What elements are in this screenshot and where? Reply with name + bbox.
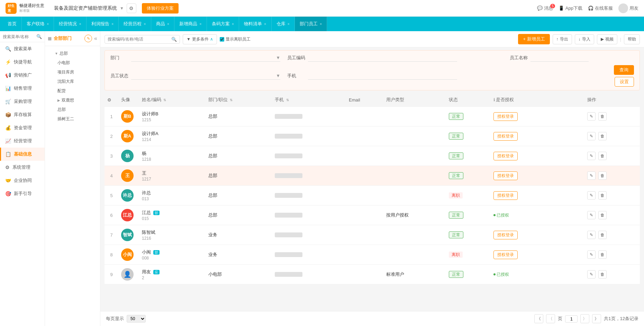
sidebar-search-input[interactable] (3, 34, 35, 39)
close-icon[interactable]: × (320, 22, 322, 26)
edit-button[interactable]: ✎ (587, 132, 596, 140)
show-resigned-label[interactable]: 显示离职员工 (220, 36, 251, 42)
close-icon[interactable]: × (79, 22, 81, 26)
tab-add-goods[interactable]: 新增商品 × (174, 17, 207, 31)
tab-warehouse[interactable]: 仓库 × (272, 17, 295, 31)
sidebar-item-finance[interactable]: 💰 资金管理 (0, 121, 45, 134)
edit-button[interactable]: ✎ (587, 171, 596, 180)
prev-page-button[interactable]: 〈 (546, 314, 555, 323)
first-page-button[interactable]: 《 (534, 314, 543, 323)
dept-item-zongbu2[interactable]: 总部 (48, 105, 97, 114)
close-icon[interactable]: × (167, 22, 169, 26)
tab-goods[interactable]: 商品 × (151, 17, 174, 31)
col-phone[interactable]: 手机 ⇅ (272, 93, 346, 107)
next-page-button[interactable]: 〉 (580, 314, 589, 323)
edit-button[interactable]: ✎ (587, 191, 596, 200)
sidebar-item-inventory[interactable]: 📦 库存核算 (0, 108, 45, 121)
user-area[interactable]: 用友 (618, 3, 638, 13)
delete-button[interactable]: 🗑 (598, 152, 607, 160)
help-button[interactable]: 帮助 (624, 34, 640, 44)
app-download-button[interactable]: 📱 App下载 (559, 5, 582, 11)
online-service-button[interactable]: 🎧 在线客服 (588, 5, 613, 11)
filter-empname-input[interactable] (530, 54, 589, 62)
close-icon[interactable]: × (288, 22, 290, 26)
sidebar-item-system[interactable]: ⚙ 系统管理 (0, 161, 45, 174)
last-page-button[interactable]: 》 (592, 314, 601, 323)
export-button[interactable]: ↑ 导出 (553, 34, 572, 44)
search-button[interactable]: 查询 (614, 65, 634, 75)
filter-dept-select[interactable]: ▼ (131, 54, 280, 62)
dept-all-header[interactable]: 全部部门 (54, 34, 72, 43)
sidebar-item-search[interactable]: 🔍 搜索菜单 (0, 42, 45, 55)
sidebar-item-purchase[interactable]: 🛒 采购管理 (0, 95, 45, 108)
close-icon[interactable]: × (47, 22, 49, 26)
filter-settings-button[interactable]: 设置 (615, 77, 634, 87)
tab-home[interactable]: 首页 (3, 17, 22, 31)
sort-icon[interactable]: ⇅ (286, 98, 289, 102)
settings-button[interactable]: ⚙ (127, 3, 136, 13)
sidebar-item-sales[interactable]: 📊 销售管理 (0, 82, 45, 95)
tab-profit[interactable]: 利润报告 × (87, 17, 119, 31)
delete-button[interactable]: 🗑 (598, 112, 607, 121)
filter-status-select[interactable]: ▼ (131, 72, 280, 80)
dept-item-peihuo[interactable]: 配货 (48, 86, 97, 96)
delete-button[interactable]: 🗑 (598, 132, 607, 140)
sidebar-item-operation[interactable]: 📈 经营管理 (0, 134, 45, 148)
sort-icon[interactable]: ⇅ (163, 98, 166, 102)
add-employee-button[interactable]: + 新增员工 (518, 34, 550, 44)
message-button[interactable]: 💬 消息 5 (537, 5, 553, 11)
tab-history[interactable]: 经营历程 × (119, 17, 151, 31)
dept-item-projectroom[interactable]: 项目库房 (48, 68, 97, 77)
close-icon[interactable]: × (264, 22, 266, 26)
system-title-arrow[interactable]: ▼ (120, 6, 124, 11)
close-icon[interactable]: × (232, 22, 234, 26)
page-input[interactable] (565, 315, 578, 323)
auth-login-button[interactable]: 授权登录 (493, 250, 518, 259)
import-button[interactable]: ↓ 导入 (575, 34, 594, 44)
dept-item-zongbu[interactable]: ▼ 总部 (48, 49, 97, 58)
sort-icon[interactable]: ⇅ (230, 98, 233, 102)
col-name[interactable]: 姓名/编码 ⇅ (139, 93, 206, 107)
dept-item-shenyang[interactable]: 沈阳大库 (48, 77, 97, 86)
edit-button[interactable]: ✎ (587, 211, 596, 219)
filter-empcode-input[interactable] (308, 54, 457, 62)
delete-button[interactable]: 🗑 (598, 250, 607, 259)
per-page-select[interactable]: 50 20 100 (127, 315, 146, 323)
col-settings[interactable]: ⚙ (105, 93, 118, 107)
trial-button[interactable]: 体验行业方案 (142, 3, 179, 14)
delete-button[interactable]: 🗑 (598, 231, 607, 239)
dept-edit-icon[interactable]: ✎ (84, 35, 92, 42)
tab-bom[interactable]: 物料清单 × (239, 17, 271, 31)
tab-operation[interactable]: 经营情况 × (54, 17, 86, 31)
dept-item-xiaodian[interactable]: 小电部 (48, 58, 97, 68)
tab-department[interactable]: 部门员工 × (295, 17, 327, 31)
view-button[interactable]: ▶ 视频 (597, 34, 617, 44)
auth-login-button[interactable]: 授权登录 (493, 132, 518, 141)
delete-button[interactable]: 🗑 (598, 270, 607, 279)
tab-barcode[interactable]: 条码方案 × (207, 17, 239, 31)
more-filters-button[interactable]: ▼ 更多条件 ∧ (183, 34, 217, 44)
auth-login-button[interactable]: 授权登录 (493, 152, 518, 160)
delete-button[interactable]: 🗑 (598, 171, 607, 180)
delete-button[interactable]: 🗑 (598, 211, 607, 219)
dept-collapse-btn[interactable]: « (94, 35, 97, 42)
filter-phone-input[interactable] (308, 72, 457, 80)
auth-login-button[interactable]: 授权登录 (493, 112, 518, 121)
auth-login-button[interactable]: 授权登录 (493, 231, 518, 239)
tab-customer[interactable]: 客户联络 × (22, 17, 54, 31)
show-resigned-checkbox[interactable] (220, 37, 224, 42)
sidebar-item-quicknav[interactable]: ⚡ 快捷导航 (0, 55, 45, 69)
search-input[interactable] (108, 37, 170, 42)
edit-button[interactable]: ✎ (587, 152, 596, 160)
auth-login-button[interactable]: 授权登录 (493, 171, 518, 180)
sidebar-item-guide[interactable]: 🎯 新手引导 (0, 187, 45, 200)
dept-item-shuanglu[interactable]: ▶ 双鹿想 (48, 96, 97, 105)
edit-button[interactable]: ✎ (587, 112, 596, 121)
dept-item-chashuwang[interactable]: 插树王二 (48, 114, 97, 124)
edit-button[interactable]: ✎ (587, 250, 596, 259)
auth-login-button[interactable]: 授权登录 (493, 191, 518, 200)
close-icon[interactable]: × (199, 22, 201, 26)
sidebar-item-marketing[interactable]: 📢 营销推广 (0, 69, 45, 82)
close-icon[interactable]: × (144, 22, 146, 26)
edit-button[interactable]: ✎ (587, 231, 596, 239)
